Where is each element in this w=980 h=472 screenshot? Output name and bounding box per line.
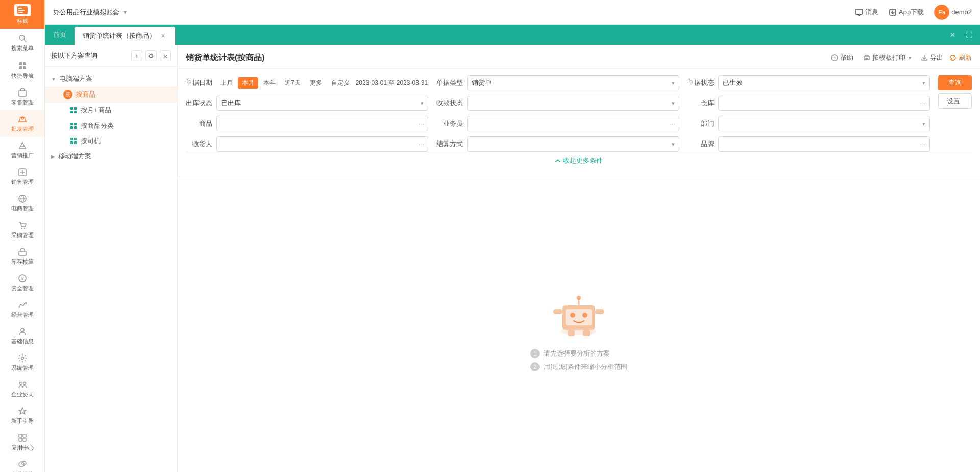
sidebar-item-sales[interactable]: 销售管理 [0, 163, 45, 190]
sidebar-item-wholesale[interactable]: 批发管理 [0, 110, 45, 137]
svg-point-56 [582, 313, 587, 318]
item-by-product-icon: 按 [63, 90, 72, 99]
settings-button[interactable]: 设置 [938, 93, 972, 109]
scheme-group-mobile-header[interactable]: ▶ 移动端方案 [45, 149, 177, 164]
collapse-bar[interactable]: 收起更多条件 [186, 152, 972, 170]
filter-goods-input[interactable] [216, 116, 428, 131]
sidebar-item-system[interactable]: 系统管理 [0, 349, 45, 376]
topbar-dropdown-icon[interactable]: ▾ [124, 9, 127, 16]
filter-salesperson-input[interactable] [467, 116, 679, 131]
sidebar-item-enterprise-wechat[interactable]: 企业微信 [0, 456, 45, 472]
scheme-settings-button[interactable]: ⚙ [145, 50, 157, 61]
filter-brand-input[interactable] [718, 136, 930, 152]
query-button[interactable]: 查询 [938, 75, 972, 90]
date-tab-this-year[interactable]: 本年 [259, 77, 280, 89]
filter-brand-item: 品牌 ··· [688, 136, 930, 152]
sidebar-item-quick-nav[interactable]: 快捷导航 [0, 57, 45, 84]
date-tab-last-month[interactable]: 上月 [216, 77, 237, 89]
svg-rect-44 [70, 138, 73, 140]
filter-out-status-dropdown[interactable]: 已出库 ▾ [216, 96, 428, 111]
sidebar-item-basic[interactable]: 基础信息 [0, 323, 45, 349]
inner-layout: 按以下方案查询 + ⚙ « ▼ 电脑端方案 [45, 45, 980, 472]
scheme-add-button[interactable]: + [131, 50, 142, 61]
warehouse-dots-icon[interactable]: ··· [920, 99, 926, 107]
filter-warehouse-input[interactable] [718, 96, 930, 111]
sidebar-label-sales: 销售管理 [11, 178, 34, 186]
salesperson-dots-icon[interactable]: ··· [669, 120, 675, 128]
receiver-dots-icon[interactable]: ··· [419, 140, 425, 148]
filter-row-4: 收货人 ··· 结算方式 [186, 136, 930, 152]
filter-doc-type-item: 单据类型 销货单 ▾ [436, 75, 679, 90]
page-content: 按以下方案查询 + ⚙ « ▼ 电脑端方案 [45, 45, 980, 472]
app-logo: 标账 [0, 0, 45, 29]
sidebar-item-inventory[interactable]: 库存核算 [0, 243, 45, 270]
filter-doc-type-dropdown[interactable]: 销货单 ▾ [467, 75, 679, 90]
topbar-message[interactable]: 消息 [855, 8, 878, 17]
sidebar-label-search: 搜索菜单 [11, 44, 34, 52]
sidebar-item-ecommerce[interactable]: 电商管理 [0, 190, 45, 217]
sidebar-item-search[interactable]: 搜索菜单 [0, 29, 45, 57]
mobile-group-arrow: ▶ [51, 154, 55, 159]
filter-doc-status-dropdown[interactable]: 已生效 ▾ [718, 75, 930, 90]
filter-doc-type-label: 单据类型 [436, 78, 463, 87]
filter-out-status-control: 已出库 ▾ [216, 96, 428, 111]
tab-close-all-button[interactable]: ✕ [945, 28, 960, 42]
svg-rect-1 [18, 8, 22, 9]
sidebar-item-enterprise-collab[interactable]: 企业协同 [0, 376, 45, 403]
filter-collection-status-item: 收款状态 ▾ [436, 96, 679, 111]
scheme-item-by-product[interactable]: 按 按商品 [45, 86, 177, 103]
filter-receiver-input[interactable] [216, 136, 428, 152]
filter-department-dropdown[interactable]: ▾ [718, 116, 930, 131]
date-tab-last-7-days[interactable]: 近7天 [281, 77, 305, 89]
tab-close-button[interactable]: ✕ [159, 32, 167, 40]
svg-point-19 [24, 228, 25, 229]
sidebar-item-marketing[interactable]: 营销推广 [0, 137, 45, 163]
scheme-group-pc-header[interactable]: ▼ 电脑端方案 [45, 71, 177, 86]
topbar-app-download[interactable]: App下载 [889, 8, 924, 17]
user-profile[interactable]: Ea demo2 [934, 5, 972, 20]
scheme-group-mobile: ▶ 移动端方案 [45, 149, 177, 164]
print-action[interactable]: 按模板打印 ▾ [860, 51, 915, 64]
sidebar-item-newbie[interactable]: 新手引导 [0, 403, 45, 429]
page-title: 销货单统计表(按商品) [186, 53, 265, 63]
date-tab-this-month[interactable]: 本月 [238, 77, 258, 89]
print-dropdown-arrow[interactable]: ▾ [909, 55, 911, 61]
scheme-item-by-warehouse[interactable]: 按司机 [45, 133, 177, 149]
logo-text: 标账 [17, 17, 28, 25]
mobile-group-label: 移动端方案 [58, 152, 91, 161]
tab-maximize-button[interactable]: ⛶ [962, 28, 976, 42]
refresh-icon [949, 54, 957, 61]
question-icon: ? [831, 54, 838, 61]
filter-payment-method-dropdown[interactable]: ▾ [467, 136, 679, 152]
sidebar-item-purchase[interactable]: 采购管理 [0, 217, 45, 243]
sidebar-label-retail: 零售管理 [11, 99, 34, 106]
scheme-item-by-category[interactable]: 按商品分类 [45, 118, 177, 133]
svg-point-31 [19, 462, 24, 467]
help-action[interactable]: ? 帮助 [831, 53, 853, 62]
sidebar-item-app-center[interactable]: 应用中心 [0, 429, 45, 456]
refresh-action[interactable]: 刷新 [949, 53, 972, 62]
avatar: Ea [934, 5, 949, 20]
scheme-item-by-month-product[interactable]: 按月+商品 [45, 103, 177, 118]
tab-home[interactable]: 首页 [45, 25, 75, 45]
date-tab-custom[interactable]: 自定义 [327, 77, 354, 89]
item-by-month-product-icon [69, 106, 78, 114]
export-action[interactable]: 导出 [921, 53, 943, 62]
filter-collection-status-control: ▾ [467, 96, 679, 111]
scheme-collapse-button[interactable]: « [160, 50, 171, 61]
brand-dots-icon[interactable]: ··· [920, 140, 926, 148]
topbar-right: 消息 App下载 Ea demo2 [855, 5, 972, 20]
date-tab-more[interactable]: 更多 [306, 77, 326, 89]
sidebar-item-retail[interactable]: 零售管理 [0, 84, 45, 110]
filter-collection-status-dropdown[interactable]: ▾ [467, 96, 679, 111]
export-icon [921, 54, 928, 61]
sidebar-item-operations[interactable]: 经营管理 [0, 296, 45, 323]
svg-rect-29 [19, 438, 22, 441]
item-by-month-product-label: 按月+商品 [81, 106, 111, 115]
tab-sales-stat[interactable]: 销货单统计表（按商品） ✕ [75, 27, 175, 45]
svg-rect-33 [855, 9, 863, 14]
filter-doc-status-value: 已生效 [723, 78, 743, 87]
sidebar: 标账 搜索菜单 快捷导航 零售管理 批发管理 营销推广 销售管理 电商管理 采购… [0, 0, 45, 472]
goods-dots-icon[interactable]: ··· [419, 120, 425, 128]
sidebar-item-finance[interactable]: ¥ 资金管理 [0, 270, 45, 296]
